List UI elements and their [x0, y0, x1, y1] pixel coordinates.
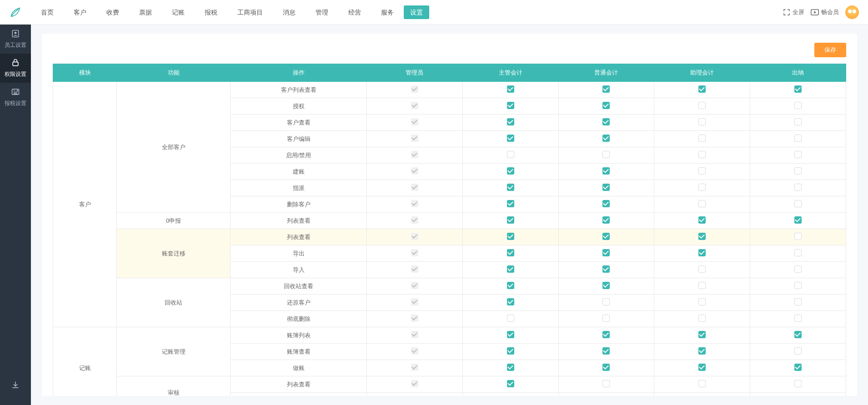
checkbox[interactable]	[602, 331, 610, 338]
checkbox[interactable]	[602, 249, 610, 256]
checkbox[interactable]	[507, 85, 514, 93]
checkbox[interactable]	[794, 135, 802, 142]
checkbox[interactable]	[698, 151, 706, 158]
sidebar-item-2[interactable]: 报税设置	[0, 83, 31, 112]
nav-item-2[interactable]: 收费	[96, 0, 129, 25]
checkbox[interactable]	[698, 184, 706, 191]
table-scroll[interactable]: 模块功能操作管理员主管会计普通会计助理会计出纳 客户全部客户客户列表查看授权客户…	[42, 64, 857, 396]
checkbox[interactable]	[602, 315, 610, 322]
checkbox[interactable]	[507, 102, 514, 109]
checkbox[interactable]	[507, 200, 514, 207]
sidebar-item-0[interactable]: 员工设置	[0, 25, 31, 54]
nav-item-6[interactable]: 工商项目	[227, 0, 273, 25]
checkbox[interactable]	[602, 298, 610, 305]
checkbox[interactable]	[507, 233, 514, 240]
checkbox[interactable]	[507, 315, 514, 322]
checkbox[interactable]	[602, 216, 610, 224]
perm-cell	[367, 115, 463, 131]
checkbox[interactable]	[602, 265, 610, 273]
nav-item-9[interactable]: 经营	[338, 0, 371, 25]
checkbox[interactable]	[794, 331, 802, 338]
checkbox[interactable]	[602, 135, 610, 142]
checkbox[interactable]	[794, 102, 802, 109]
checkbox[interactable]	[507, 118, 514, 125]
checkbox[interactable]	[507, 282, 514, 289]
checkbox[interactable]	[507, 249, 514, 256]
nav-item-0[interactable]: 首页	[31, 0, 64, 25]
save-button[interactable]: 保存	[814, 43, 846, 57]
checkbox[interactable]	[698, 331, 706, 338]
nav-item-7[interactable]: 消息	[273, 0, 306, 25]
nav-item-4[interactable]: 记账	[162, 0, 195, 25]
checkbox[interactable]	[698, 233, 706, 240]
checkbox[interactable]	[698, 249, 706, 256]
checkbox[interactable]	[794, 282, 802, 289]
checkbox[interactable]	[794, 233, 802, 240]
checkbox[interactable]	[507, 380, 514, 387]
checkbox[interactable]	[794, 298, 802, 305]
avatar[interactable]	[845, 5, 859, 19]
checkbox[interactable]	[794, 216, 802, 224]
checkbox[interactable]	[698, 200, 706, 207]
checkbox[interactable]	[602, 102, 610, 109]
checkbox[interactable]	[794, 151, 802, 158]
checkbox[interactable]	[794, 85, 802, 93]
checkbox[interactable]	[602, 282, 610, 289]
checkbox[interactable]	[507, 216, 514, 224]
nav-item-5[interactable]: 报税	[195, 0, 227, 25]
checkbox[interactable]	[507, 135, 514, 142]
checkbox[interactable]	[698, 298, 706, 305]
checkbox[interactable]	[794, 200, 802, 207]
checkbox[interactable]	[698, 167, 706, 175]
checkbox[interactable]	[602, 347, 610, 355]
sidebar-item-1[interactable]: 权限设置	[0, 54, 31, 83]
checkbox[interactable]	[602, 118, 610, 125]
checkbox[interactable]	[794, 364, 802, 371]
checkbox[interactable]	[507, 331, 514, 338]
checkbox[interactable]	[698, 364, 706, 371]
checkbox[interactable]	[507, 167, 514, 175]
member-button[interactable]: 畅会员	[811, 8, 839, 16]
nav-item-1[interactable]: 客户	[64, 0, 96, 25]
checkbox[interactable]	[794, 380, 802, 387]
fullscreen-button[interactable]: 全屏	[783, 8, 804, 16]
checkbox[interactable]	[602, 200, 610, 207]
checkbox[interactable]	[698, 118, 706, 125]
checkbox[interactable]	[698, 315, 706, 322]
nav-item-3[interactable]: 票据	[129, 0, 162, 25]
checkbox[interactable]	[698, 216, 706, 224]
checkbox[interactable]	[507, 265, 514, 273]
checkbox[interactable]	[698, 85, 706, 93]
checkbox[interactable]	[794, 167, 802, 175]
checkbox[interactable]	[698, 265, 706, 273]
checkbox[interactable]	[698, 282, 706, 289]
nav-item-8[interactable]: 管理	[306, 0, 338, 25]
checkbox[interactable]	[698, 347, 706, 355]
checkbox[interactable]	[698, 380, 706, 387]
checkbox[interactable]	[602, 85, 610, 93]
nav-item-11[interactable]: 设置	[404, 5, 429, 19]
download-button[interactable]	[0, 374, 31, 396]
logo[interactable]	[0, 0, 31, 25]
checkbox[interactable]	[602, 167, 610, 175]
checkbox[interactable]	[602, 184, 610, 191]
perm-cell	[750, 344, 846, 360]
checkbox[interactable]	[507, 151, 514, 158]
checkbox[interactable]	[602, 364, 610, 371]
checkbox[interactable]	[794, 315, 802, 322]
checkbox[interactable]	[794, 265, 802, 273]
nav-item-10[interactable]: 服务	[371, 0, 404, 25]
checkbox[interactable]	[602, 233, 610, 240]
checkbox[interactable]	[794, 184, 802, 191]
checkbox[interactable]	[602, 380, 610, 387]
checkbox[interactable]	[507, 298, 514, 305]
checkbox[interactable]	[698, 102, 706, 109]
checkbox[interactable]	[507, 184, 514, 191]
checkbox[interactable]	[794, 249, 802, 256]
checkbox[interactable]	[507, 364, 514, 371]
checkbox[interactable]	[794, 118, 802, 125]
checkbox[interactable]	[794, 347, 802, 355]
checkbox[interactable]	[507, 347, 514, 355]
checkbox[interactable]	[698, 135, 706, 142]
checkbox[interactable]	[602, 151, 610, 158]
